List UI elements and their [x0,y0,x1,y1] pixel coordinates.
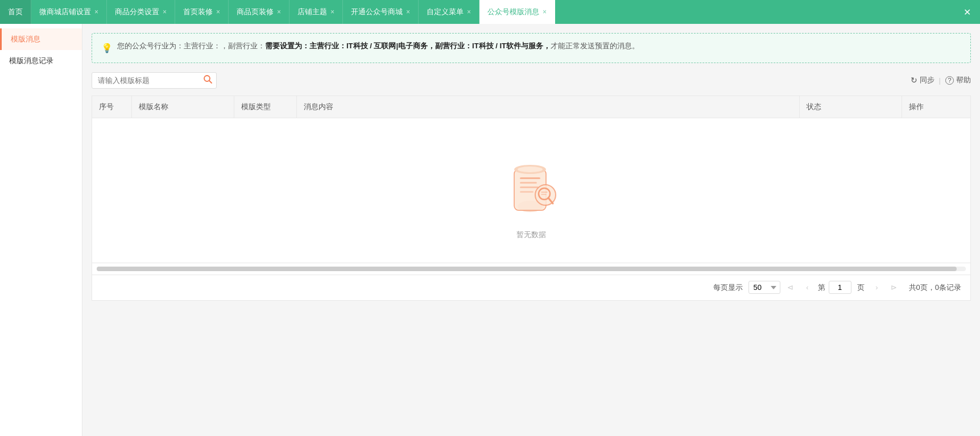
info-banner-prefix: 您的公众号行业为：主营行业：，副营行业： [117,41,265,50]
help-icon: ? [945,76,954,85]
search-button[interactable] [204,75,212,85]
sidebar-item-template-log-label: 模版消息记录 [9,56,53,65]
pagination: 每页显示 50 10 20 100 ⊲ ‹ 第 页 › ⊳ 共0页，0条记录 [92,275,970,300]
tab-theme-close[interactable]: × [330,8,334,16]
col-name: 模版名称 [132,96,234,118]
horizontal-scrollbar[interactable] [92,263,970,275]
next-page-button[interactable]: › [870,281,884,294]
top-nav: 首页 微商城店铺设置 × 商品分类设置 × 首页装修 × 商品页装修 × 店铺主… [0,0,980,24]
sidebar-item-template-msg[interactable]: 模版消息 [0,28,82,50]
tab-theme-label: 店铺主题 [297,7,327,17]
tab-product[interactable]: 商品页装修 × [229,0,290,24]
page-size-label: 每页显示 [713,283,743,293]
info-banner-text: 您的公众号行业为：主营行业：，副营行业：需要设置为：主营行业：IT科技 / 互联… [117,40,639,52]
tab-homepage-label: 首页装修 [183,7,213,17]
data-table: 序号 模版名称 模版类型 消息内容 状态 操作 [92,95,971,301]
svg-rect-5 [520,177,540,179]
scrollbar-track [97,267,966,271]
total-info: 共0页，0条记录 [909,283,961,293]
col-action: 操作 [902,96,970,118]
tab-weshop[interactable]: 微商城店铺设置 × [31,0,107,24]
col-status: 状态 [800,96,902,118]
help-button[interactable]: ? 帮助 [945,75,971,85]
sync-button[interactable]: ↻ 同步 [911,75,934,85]
content-area: 💡 您的公众号行业为：主营行业：，副营行业：需要设置为：主营行业：IT科技 / … [82,24,980,436]
svg-rect-6 [520,182,537,184]
page-label: 第 [818,283,825,293]
svg-line-1 [209,81,212,83]
tab-product-label: 商品页装修 [237,7,274,17]
tab-category-label: 商品分类设置 [115,7,159,17]
tab-home-label: 首页 [8,7,23,17]
prev-page-button[interactable]: ‹ [801,281,814,294]
empty-state: 暂无数据 [92,118,970,263]
sidebar-item-template-log[interactable]: 模版消息记录 [0,50,82,72]
svg-point-10 [518,167,543,172]
tab-openstore-close[interactable]: × [406,8,410,16]
page-size-select[interactable]: 50 10 20 100 [749,281,780,294]
search-input-wrap [92,72,217,89]
tab-homepage[interactable]: 首页装修 × [175,0,229,24]
tab-category-close[interactable]: × [163,8,167,16]
scrollbar-thumb[interactable] [97,267,957,271]
tab-custommenu-close[interactable]: × [467,8,471,16]
help-label: 帮助 [956,75,971,85]
search-right: ↻ 同步 | ? 帮助 [911,75,971,85]
tab-template-label: 公众号模版消息 [487,7,539,17]
sync-label: 同步 [920,75,934,85]
last-page-button[interactable]: ⊳ [887,281,901,294]
sidebar-item-template-msg-label: 模版消息 [11,35,40,43]
bulb-icon: 💡 [101,41,113,56]
tab-openstore[interactable]: 开通公众号商城 × [343,0,419,24]
col-content: 消息内容 [297,96,800,118]
tab-weshop-label: 微商城店铺设置 [39,7,91,17]
search-input[interactable] [92,72,217,89]
tab-home[interactable]: 首页 [0,0,31,24]
col-index: 序号 [92,96,132,118]
info-banner: 💡 您的公众号行业为：主营行业：，副营行业：需要设置为：主营行业：IT科技 / … [92,33,971,63]
tab-openstore-label: 开通公众号商城 [351,7,403,17]
tab-template[interactable]: 公众号模版消息 × [479,0,555,24]
tab-custommenu-label: 自定义菜单 [427,7,464,17]
sync-icon: ↻ [911,76,917,85]
tab-product-close[interactable]: × [277,8,281,16]
main-layout: 模版消息 模版消息记录 💡 您的公众号行业为：主营行业：，副营行业：需要设置为：… [0,24,980,436]
sidebar: 模版消息 模版消息记录 [0,24,82,436]
empty-text: 暂无数据 [516,230,546,240]
col-type: 模版类型 [234,96,297,118]
tab-template-close[interactable]: × [543,8,547,16]
svg-rect-7 [520,186,539,188]
first-page-button[interactable]: ⊲ [784,281,797,294]
tab-weshop-close[interactable]: × [94,8,98,16]
page-input[interactable] [829,281,851,294]
tab-homepage-close[interactable]: × [216,8,220,16]
table-header: 序号 模版名称 模版类型 消息内容 状态 操作 [92,96,970,118]
info-banner-highlight: 需要设置为：主营行业：IT科技 / 互联网|电子商务，副营行业：IT科技 / I… [265,41,551,50]
tab-theme[interactable]: 店铺主题 × [290,0,343,24]
tab-category[interactable]: 商品分类设置 × [107,0,175,24]
svg-rect-8 [520,191,534,193]
close-all-button[interactable]: ✕ [954,0,980,24]
page-unit: 页 [857,283,865,293]
info-banner-suffix: 才能正常发送预置的消息。 [551,41,639,50]
search-bar: ↻ 同步 | ? 帮助 [92,72,971,89]
close-all-icon: ✕ [964,7,971,18]
empty-illustration [497,152,565,221]
search-left [92,72,217,89]
tab-custommenu[interactable]: 自定义菜单 × [419,0,479,24]
divider: | [939,76,941,85]
